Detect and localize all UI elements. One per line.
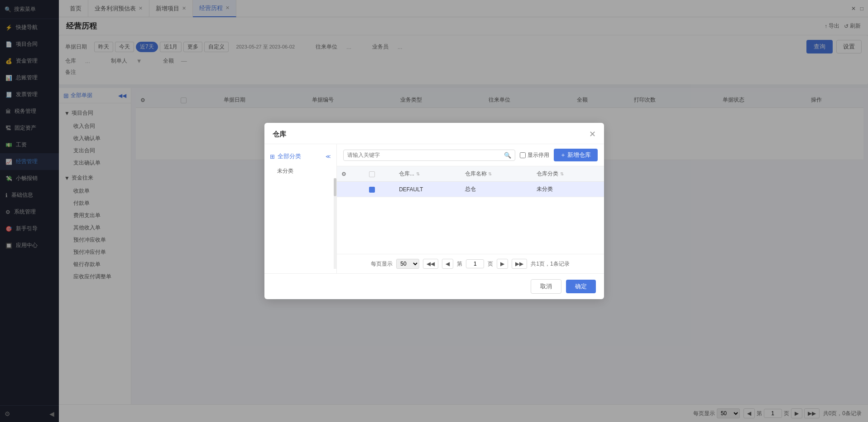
modal-search-icon: 🔍	[504, 152, 511, 159]
row-settings	[337, 182, 365, 197]
row-code: DEFAULT	[394, 182, 460, 197]
modal-per-page-select[interactable]: 50 100	[396, 259, 419, 269]
modal-prev-btn[interactable]: ◀	[442, 259, 453, 269]
modal-close-button[interactable]: ✕	[589, 129, 596, 139]
modal-settings-icon[interactable]: ⚙	[341, 171, 346, 177]
row-category: 未分类	[532, 182, 604, 197]
modal-header-checkbox[interactable]	[369, 171, 375, 177]
modal-per-page-label: 每页显示	[371, 260, 393, 268]
modal-th-name: 仓库名称 ⇅	[460, 166, 532, 182]
row-checkbox-checked[interactable]	[369, 187, 375, 193]
modal-th-checkbox	[364, 166, 394, 182]
sort-name-icon[interactable]: ⇅	[488, 171, 492, 176]
modal-search-box: 🔍	[343, 150, 515, 161]
modal-footer: 取消 确定	[264, 273, 604, 299]
modal-table-wrapper: ⚙ 仓库... ⇅ 仓库名称 ⇅	[337, 166, 604, 254]
modal-page-suffix: 页	[488, 260, 493, 268]
confirm-button[interactable]: 确定	[566, 280, 596, 293]
modal-total: 共1页，1条记录	[531, 260, 569, 268]
modal-first-btn[interactable]: ◀◀	[423, 259, 438, 269]
modal-page-label: 第	[457, 260, 462, 268]
modal-header: 仓库 ✕	[264, 123, 604, 144]
modal-last-btn[interactable]: ▶▶	[512, 259, 527, 269]
modal-unclassified[interactable]: 未分类	[264, 164, 336, 178]
row-name: 总仓	[460, 182, 532, 197]
modal-table-header: ⚙ 仓库... ⇅ 仓库名称 ⇅	[337, 166, 604, 182]
sort-category-icon[interactable]: ⇅	[560, 171, 564, 176]
modal-table-body: DEFAULT 总仓 未分类	[337, 182, 604, 197]
warehouse-modal: 仓库 ✕ ⊞ 全部分类 ≪ 未分类	[264, 123, 604, 299]
modal-th-category: 仓库分类 ⇅	[532, 166, 604, 182]
modal-main: 🔍 显示停用 ＋ 新增仓库 ⚙	[337, 144, 604, 273]
show-disabled-checkbox[interactable]	[520, 152, 526, 158]
cancel-button[interactable]: 取消	[531, 279, 561, 294]
modal-table-row[interactable]: DEFAULT 总仓 未分类	[337, 182, 604, 197]
modal-title: 仓库	[273, 130, 286, 139]
modal-search-input[interactable]	[347, 152, 504, 158]
modal-toolbar: 🔍 显示停用 ＋ 新增仓库	[337, 144, 604, 166]
modal-pagination: 每页显示 50 100 ◀◀ ◀ 第 页 ▶ ▶▶ 共1页，1条记录	[337, 254, 604, 273]
sort-code-icon[interactable]: ⇅	[416, 171, 420, 176]
modal-overlay[interactable]: 仓库 ✕ ⊞ 全部分类 ≪ 未分类	[0, 0, 868, 422]
add-warehouse-button[interactable]: ＋ 新增仓库	[554, 149, 598, 161]
modal-body: ⊞ 全部分类 ≪ 未分类	[264, 144, 604, 273]
row-checkbox	[364, 182, 394, 197]
modal-collapse-icon[interactable]: ≪	[326, 154, 331, 160]
modal-th-settings: ⚙	[337, 166, 365, 182]
modal-warehouse-table: ⚙ 仓库... ⇅ 仓库名称 ⇅	[337, 166, 604, 197]
show-disabled-label[interactable]: 显示停用	[520, 151, 549, 159]
modal-next-btn[interactable]: ▶	[497, 259, 508, 269]
modal-page-input[interactable]	[466, 259, 484, 268]
modal-th-code: 仓库... ⇅	[394, 166, 460, 182]
modal-sidebar: ⊞ 全部分类 ≪ 未分类	[264, 144, 337, 273]
modal-all-category[interactable]: ⊞ 全部分类 ≪	[264, 149, 336, 164]
grid-icon2: ⊞	[270, 153, 275, 160]
